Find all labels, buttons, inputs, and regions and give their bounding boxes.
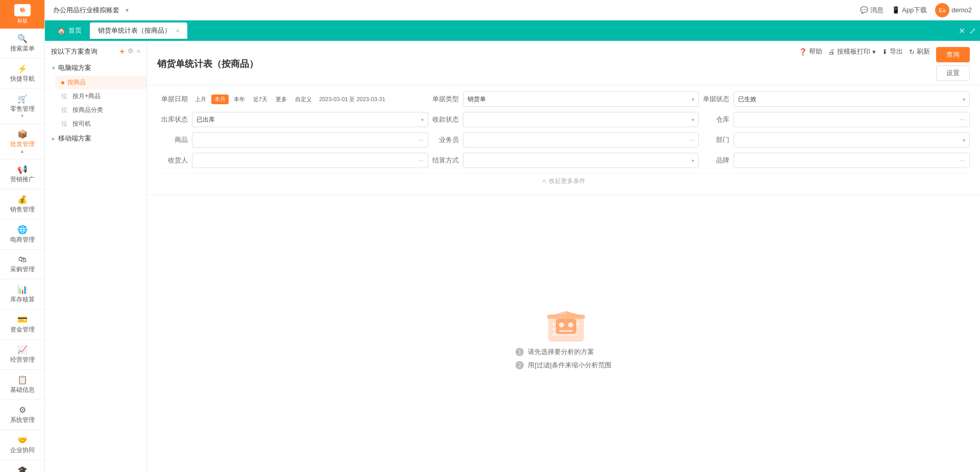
sidebar-item-purchase[interactable]: 🛍 采购管理 [0, 250, 45, 279]
out-value: 已出库 [197, 115, 215, 124]
sidebar-item-marketing[interactable]: 📢 营销推广 [0, 159, 45, 190]
content-area: 按以下方案查询 + ⚙ « ▼ 电脑端方案 按商品 位 按月+商品 [45, 41, 980, 472]
sidebar-item-inventory[interactable]: 📊 库存核算 [0, 279, 45, 310]
message-label: 消息 [870, 6, 884, 15]
print-button[interactable]: 🖨 按模板打印 ▾ [828, 47, 876, 56]
filter-status: 单据状态 已生效 ▾ [699, 91, 970, 107]
empty-steps: 1 请先选择要分析的方案 2 用[过滤]条件来缩小分析范围 [516, 347, 611, 374]
out-control[interactable]: 已出库 ▾ [192, 112, 428, 127]
query-button[interactable]: 查询 [936, 47, 970, 62]
tab-home[interactable]: 🏠 首页 [49, 22, 90, 39]
payment-control[interactable]: ▾ [463, 112, 699, 127]
receiver-label: 收货人 [157, 156, 188, 165]
sidebar-item-finance[interactable]: 💳 资金管理 [0, 310, 45, 340]
salesperson-control[interactable]: ··· [463, 132, 699, 148]
date-tab-this-month[interactable]: 本月 [211, 95, 229, 104]
by-product-label: 按商品 [67, 78, 86, 87]
cashier-icon: 位 [61, 120, 69, 128]
date-tab-this-year[interactable]: 本年 [231, 95, 248, 104]
tabbar-actions: ✕ ⤢ [959, 26, 976, 36]
date-label: 单据日期 [157, 95, 188, 104]
type-control[interactable]: 销货单 ▾ [463, 91, 699, 107]
tree-item-by-month-product[interactable]: 位 按月+商品 [55, 89, 146, 103]
brand-dots: ··· [960, 157, 965, 164]
date-tabs: 上月 本月 本年 近7天 更多 自定义 [192, 95, 315, 104]
date-tab-last-month[interactable]: 上月 [192, 95, 209, 104]
sidebar-item-quick[interactable]: ⚡ 快捷导航 [0, 59, 45, 89]
warehouse-dots: ··· [960, 116, 965, 123]
tab-home-label: 首页 [68, 26, 82, 35]
topbar-right: 💬 消息 📱 App下载 Ea demo2 [860, 3, 972, 17]
empty-illustration [538, 293, 589, 339]
type-value: 销货单 [468, 95, 486, 104]
wholesale-icon: 📦 [17, 129, 28, 139]
help-button[interactable]: ❓ 帮助 [799, 47, 822, 56]
sidebar-item-search[interactable]: 🔍 搜索菜单 [0, 29, 45, 59]
collapse-panel-button[interactable]: « [137, 47, 140, 56]
filter-product: 商品 ··· [157, 132, 428, 148]
tab-close-button[interactable]: × [176, 28, 179, 34]
step-1-num: 1 [516, 348, 524, 356]
date-tab-7days[interactable]: 近7天 [250, 95, 271, 104]
refresh-label: 刷新 [917, 47, 930, 56]
sidebar-item-operation[interactable]: 📈 经营管理 [0, 340, 45, 370]
sidebar-item-wholesale[interactable]: 📦 批发管理 ▲ [0, 124, 45, 159]
tree-mobile-section[interactable]: ► 移动端方案 [45, 131, 146, 146]
filter-brand: 品牌 ··· [699, 153, 970, 168]
svg-point-6 [559, 322, 564, 327]
product-control[interactable]: ··· [192, 132, 428, 148]
tree-item-by-category[interactable]: 位 按商品分类 [55, 103, 146, 117]
date-tab-custom[interactable]: 自定义 [292, 95, 315, 104]
filter-out-status: 出库状态 已出库 ▾ [157, 112, 428, 127]
tree-item-by-cashier[interactable]: 位 按司机 [55, 117, 146, 131]
receiver-control[interactable]: ··· [192, 153, 428, 168]
month-product-icon: 位 [61, 92, 69, 101]
settings-scheme-button[interactable]: ⚙ [128, 47, 134, 56]
export-button[interactable]: ⬇ 导出 [882, 47, 903, 56]
out-arrow: ▾ [421, 117, 424, 123]
filter-receiver: 收货人 ··· [157, 153, 428, 168]
message-button[interactable]: 💬 消息 [860, 6, 884, 15]
salesperson-dots: ··· [689, 136, 694, 144]
settings-button[interactable]: 设置 [936, 65, 970, 81]
filter-dept: 部门 ▾ [699, 132, 970, 148]
tab-active[interactable]: 销货单统计表（按商品） × [90, 22, 187, 39]
settle-control[interactable]: ▾ [463, 153, 699, 168]
empty-step-2: 2 用[过滤]条件来缩小分析范围 [516, 361, 611, 370]
brand-control[interactable]: ··· [733, 153, 970, 168]
sidebar-item-base[interactable]: 📋 基础信息 [0, 370, 45, 400]
tab-maximize-button[interactable]: ⤢ [969, 26, 976, 36]
sales-icon: 💰 [17, 195, 28, 204]
tab-close-all-button[interactable]: ✕ [959, 26, 965, 36]
mobile-section-label: 移动端方案 [58, 134, 91, 143]
main-area: 办公用品行业模拟账套 ▾ 💬 消息 📱 App下载 Ea demo2 🏠 首页 … [45, 0, 980, 472]
right-panel: 销货单统计表（按商品） ❓ 帮助 🖨 按模板打印 ▾ ⬇ [147, 41, 980, 472]
username: demo2 [951, 6, 972, 14]
topbar-dropdown[interactable]: ▾ [126, 7, 129, 14]
warehouse-control[interactable]: ··· [733, 112, 970, 127]
page-title: 销货单统计表（按商品） [157, 58, 258, 70]
dept-control[interactable]: ▾ [733, 132, 970, 148]
mobile-section-arrow: ► [51, 136, 56, 141]
newbie-icon: 🎓 [17, 465, 28, 472]
salesperson-label: 业务员 [428, 135, 459, 145]
tree-item-by-product[interactable]: 按商品 [55, 76, 146, 89]
status-control[interactable]: 已生效 ▾ [733, 91, 970, 107]
add-scheme-button[interactable]: + [119, 47, 124, 56]
left-panel-title: 按以下方案查询 [51, 47, 97, 56]
sidebar-item-system[interactable]: ⚙ 系统管理 [0, 400, 45, 430]
sidebar-item-ecom[interactable]: 🌐 电商管理 [0, 220, 45, 250]
tabbar: 🏠 首页 销货单统计表（按商品） × ✕ ⤢ [45, 20, 980, 41]
sidebar-item-newbie[interactable]: 🎓 新手引导 [0, 460, 45, 472]
home-icon: 🏠 [57, 27, 65, 35]
refresh-button[interactable]: ↻ 刷新 [909, 47, 930, 56]
user-profile[interactable]: Ea demo2 [935, 3, 972, 17]
sidebar-item-enterprise[interactable]: 🤝 企业协同 [0, 430, 45, 460]
settle-arrow: ▾ [692, 158, 694, 163]
app-download-button[interactable]: 📱 App下载 [892, 6, 927, 15]
date-tab-more[interactable]: 更多 [273, 95, 290, 104]
tree-pc-section[interactable]: ▼ 电脑端方案 [45, 60, 146, 76]
sidebar-item-sales[interactable]: 💰 销售管理 [0, 190, 45, 220]
collapse-bar[interactable]: ∧ 收起更多条件 [157, 173, 970, 188]
sidebar-item-retail[interactable]: 🛒 零售管理 ▼ [0, 89, 45, 124]
